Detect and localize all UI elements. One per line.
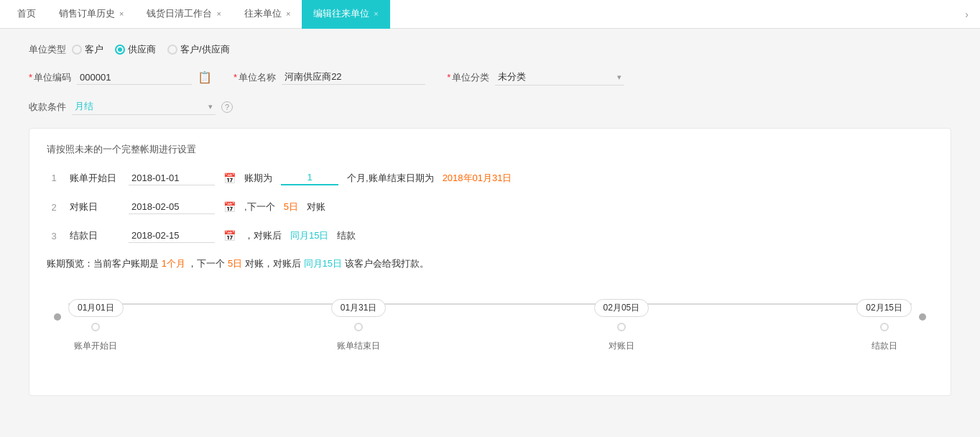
timeline-point-3: 02月05日 对账日 xyxy=(594,299,650,352)
tabs-bar: 首页 销售订单历史 × 钱货日清工作台 × 往来单位 × 编辑往来单位 × › xyxy=(0,0,980,29)
tab-sales-history[interactable]: 销售订单历史 × xyxy=(47,0,135,29)
page-content: 单位类型 客户 供应商 客户/供应商 *单位编码 xyxy=(0,29,980,437)
radio-both[interactable]: 客户/供应商 xyxy=(167,43,230,56)
code-input[interactable] xyxy=(77,70,192,85)
tab-cash-work-close[interactable]: × xyxy=(216,9,221,18)
tab-edit-partner[interactable]: 编辑往来单位 × xyxy=(302,0,389,29)
radio-customer[interactable]: 客户 xyxy=(72,43,103,56)
preview-middle1: ，下一个 xyxy=(188,258,225,269)
row-2-date-input[interactable] xyxy=(129,200,215,214)
name-star: * xyxy=(234,72,237,83)
code-name-category-row: *单位编码 📋 *单位名称 *单位分类 未分类 ▾ xyxy=(29,69,951,86)
row-3-desc-suffix: 结款 xyxy=(337,229,356,242)
tab-edit-partner-label: 编辑往来单位 xyxy=(313,7,369,20)
preview-highlight1: 1个月 xyxy=(162,258,185,269)
code-field: *单位编码 📋 xyxy=(29,70,212,85)
unit-type-label: 单位类型 xyxy=(29,43,66,56)
timeline-date-3: 02月05日 xyxy=(594,299,650,317)
timeline-section: 01月01日 账单开始日 01月31日 账单结束日 02月05日 对账日 xyxy=(47,285,933,381)
row-2-desc-prefix: ,下一个 xyxy=(244,201,275,213)
timeline-label-4: 结款日 xyxy=(872,340,897,352)
payment-field: 收款条件 月结 ▾ ? xyxy=(29,98,233,115)
tab-cash-work-label: 钱货日清工作台 xyxy=(147,7,212,20)
tab-partners-label: 往来单位 xyxy=(244,7,282,20)
radio-customer-circle xyxy=(72,45,82,55)
radio-customer-label: 客户 xyxy=(85,43,103,56)
row-3-calendar-icon[interactable]: 📅 xyxy=(223,230,236,242)
row-2-num: 2 xyxy=(47,202,61,213)
tab-sales-history-label: 销售订单历史 xyxy=(59,7,115,20)
tab-home[interactable]: 首页 xyxy=(6,0,47,29)
category-field: *单位分类 未分类 ▾ xyxy=(447,69,624,86)
code-star: * xyxy=(29,72,32,83)
settings-box: 请按照未来的一个完整帐期进行设置 1 账单开始日 📅 账期为 个月,账单结束日期… xyxy=(29,128,951,396)
preview-highlight2: 5日 xyxy=(228,258,242,269)
row-2-calendar-icon[interactable]: 📅 xyxy=(223,201,236,213)
code-calendar-icon[interactable]: 📋 xyxy=(198,70,212,84)
row-3-desc-highlight: 同月15日 xyxy=(290,229,328,242)
timeline-label-1: 账单开始日 xyxy=(74,340,117,352)
radio-supplier-circle xyxy=(115,45,125,55)
preview-prefix: 账期预览：当前客户账期是 xyxy=(47,258,159,269)
payment-label: 收款条件 xyxy=(29,101,66,114)
timeline-point-2: 01月31日 账单结束日 xyxy=(331,299,387,352)
name-field: *单位名称 xyxy=(234,70,425,85)
row-1-num: 1 xyxy=(47,172,61,183)
row-2-label: 对账日 xyxy=(70,201,120,213)
row-2-desc-suffix: 对账 xyxy=(307,201,325,213)
row-3-num: 3 xyxy=(47,231,61,242)
category-star: * xyxy=(447,72,450,83)
preview-text: 账期预览：当前客户账期是 1个月 ，下一个 5日 对账，对账后 同月15日 该客… xyxy=(47,257,933,270)
settings-row-2: 2 对账日 📅 ,下一个 5日 对账 xyxy=(47,200,933,214)
row-3-date-input[interactable] xyxy=(129,229,215,243)
row-1-end-date: 2018年01月31日 xyxy=(443,172,512,185)
tab-sales-history-close[interactable]: × xyxy=(119,9,124,18)
row-3-desc-prefix: ，对账后 xyxy=(244,229,282,242)
payment-help-icon[interactable]: ? xyxy=(221,101,233,113)
payment-arrow-icon: ▾ xyxy=(208,102,213,111)
timeline-point-4: 02月15日 结款日 xyxy=(856,299,912,352)
row-1-period-input[interactable] xyxy=(281,170,338,185)
category-value: 未分类 xyxy=(498,70,526,83)
name-label: *单位名称 xyxy=(234,71,276,84)
code-label: *单位编码 xyxy=(29,71,71,84)
category-select[interactable]: 未分类 ▾ xyxy=(495,69,624,86)
tab-cash-work[interactable]: 钱货日清工作台 × xyxy=(135,0,232,29)
category-arrow-icon: ▾ xyxy=(617,73,621,82)
row-1-period-prefix: 账期为 xyxy=(244,172,272,185)
category-label: *单位分类 xyxy=(447,71,489,84)
row-1-label: 账单开始日 xyxy=(70,172,120,185)
tab-partners[interactable]: 往来单位 × xyxy=(233,0,302,29)
tab-partners-close[interactable]: × xyxy=(286,9,290,18)
radio-supplier[interactable]: 供应商 xyxy=(115,43,156,56)
radio-group: 客户 供应商 客户/供应商 xyxy=(72,43,230,56)
row-2-desc-highlight: 5日 xyxy=(284,201,298,213)
radio-both-label: 客户/供应商 xyxy=(180,43,230,56)
settings-row-3: 3 结款日 📅 ，对账后 同月15日 结款 xyxy=(47,229,933,243)
timeline-date-2: 01月31日 xyxy=(331,299,387,317)
preview-highlight3: 同月15日 xyxy=(304,258,342,269)
preview-suffix: 该客户会给我打款。 xyxy=(345,258,429,269)
tabs-arrow[interactable]: › xyxy=(959,9,974,20)
payment-value: 月结 xyxy=(75,100,93,113)
row-1-calendar-icon[interactable]: 📅 xyxy=(223,172,236,184)
timeline-label-3: 对账日 xyxy=(609,340,634,352)
timeline-date-4: 02月15日 xyxy=(856,299,912,317)
row-1-period-suffix: 个月,账单结束日期为 xyxy=(347,172,434,185)
row-1-date-input[interactable] xyxy=(129,171,215,185)
row-3-label: 结款日 xyxy=(70,229,120,242)
timeline-point-1: 01月01日 账单开始日 xyxy=(68,299,124,352)
radio-supplier-label: 供应商 xyxy=(128,43,156,56)
unit-type-field: 单位类型 客户 供应商 客户/供应商 xyxy=(29,43,230,56)
radio-both-circle xyxy=(167,45,177,55)
unit-type-row: 单位类型 客户 供应商 客户/供应商 xyxy=(29,43,951,56)
payment-select[interactable]: 月结 ▾ xyxy=(72,98,216,115)
name-input[interactable] xyxy=(282,70,425,85)
timeline-label-2: 账单结束日 xyxy=(337,340,380,352)
tab-edit-partner-close[interactable]: × xyxy=(374,9,378,18)
settings-title: 请按照未来的一个完整帐期进行设置 xyxy=(47,143,933,156)
timeline-date-1: 01月01日 xyxy=(68,299,124,317)
preview-middle2: 对账，对账后 xyxy=(245,258,301,269)
settings-row-1: 1 账单开始日 📅 账期为 个月,账单结束日期为 2018年01月31日 xyxy=(47,170,933,185)
payment-row: 收款条件 月结 ▾ ? xyxy=(29,98,951,115)
